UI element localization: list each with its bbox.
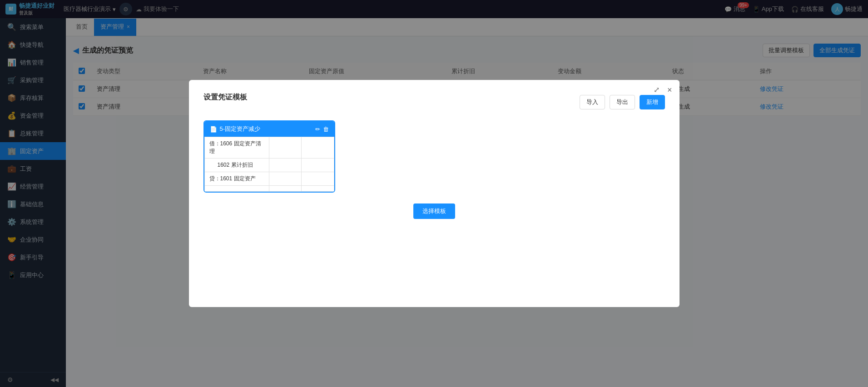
entry3-credit xyxy=(302,172,334,186)
new-template-btn[interactable]: 新增 xyxy=(640,95,665,109)
template-edit-icon[interactable]: ✏ xyxy=(315,126,320,133)
template-card-body: 借：1606 固定资产清理 1602 累计折旧 贷：1601 固定资产 xyxy=(204,137,334,192)
modal-close-btn[interactable]: × xyxy=(667,85,672,95)
template-dialog-actions: 导入 导出 新增 xyxy=(580,95,665,109)
import-btn[interactable]: 导入 xyxy=(580,95,605,109)
template-entry-row: 1602 累计折旧 xyxy=(204,159,334,172)
entry3-direction-account: 贷：1601 固定资产 xyxy=(204,172,269,186)
modal-overlay: ⤢ × 设置凭证模板 导入 导出 新增 📄 5-固定资产减少 ✏ 🗑 xyxy=(0,0,868,387)
template-dialog: ⤢ × 设置凭证模板 导入 导出 新增 📄 5-固定资产减少 ✏ 🗑 xyxy=(189,80,680,307)
template-dialog-header: 设置凭证模板 导入 导出 新增 xyxy=(203,93,665,111)
entry3-debit xyxy=(269,172,302,186)
template-card: 📄 5-固定资产减少 ✏ 🗑 借：1606 固定资产清理 xyxy=(203,120,335,193)
entry2-credit xyxy=(302,159,334,172)
entry2-account: 1602 累计折旧 xyxy=(204,159,269,172)
select-template-btn[interactable]: 选择模板 xyxy=(413,203,455,219)
template-entries-table: 借：1606 固定资产清理 1602 累计折旧 贷：1601 固定资产 xyxy=(204,137,334,192)
template-card-header: 📄 5-固定资产减少 ✏ 🗑 xyxy=(204,121,334,137)
entry2-debit xyxy=(269,159,302,172)
template-card-title-area: 📄 5-固定资产减少 xyxy=(210,125,261,133)
entry4-debit xyxy=(269,186,302,192)
template-card-header-icons: ✏ 🗑 xyxy=(315,126,329,133)
template-dialog-title: 设置凭证模板 xyxy=(203,93,247,102)
entry4-account xyxy=(204,186,269,192)
entry1-credit xyxy=(302,137,334,159)
template-entry-row: 贷：1601 固定资产 xyxy=(204,172,334,186)
template-entry-row xyxy=(204,186,334,192)
modal-maximize-btn[interactable]: ⤢ xyxy=(654,85,660,94)
entry1-debit xyxy=(269,137,302,159)
template-delete-icon[interactable]: 🗑 xyxy=(323,126,329,133)
template-doc-icon: 📄 xyxy=(210,126,217,133)
export-btn[interactable]: 导出 xyxy=(610,95,635,109)
template-entry-row: 借：1606 固定资产清理 xyxy=(204,137,334,159)
entry4-credit xyxy=(302,186,334,192)
entry1-direction-account: 借：1606 固定资产清理 xyxy=(204,137,269,159)
template-card-title: 5-固定资产减少 xyxy=(220,125,261,133)
